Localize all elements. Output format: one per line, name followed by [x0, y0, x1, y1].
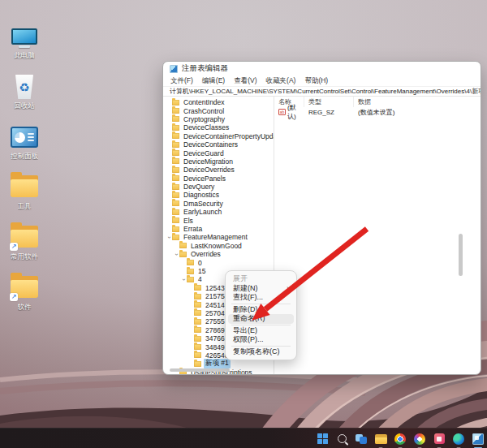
desktop-icon-label: 工具: [18, 202, 32, 210]
taskbar-button-search[interactable]: [335, 433, 348, 446]
tree-item[interactable]: EarlyLaunch: [163, 208, 274, 216]
folder-icon: [187, 277, 194, 282]
desktop-icon-recycle-bin[interactable]: ♻回收站: [2, 60, 47, 110]
window-title: 注册表编辑器: [182, 63, 228, 74]
folder-icon: [179, 243, 187, 248]
folder-icon: [172, 167, 179, 173]
desktop-icon-control-panel[interactable]: 控制面板: [2, 110, 47, 160]
menu-edit[interactable]: 编辑(E): [202, 76, 225, 86]
tree-item[interactable]: 新项 #1: [163, 360, 274, 368]
tree-item-label: DeviceOverrides: [182, 166, 236, 174]
menu-bar: 文件(F)编辑(E)查看(V)收藏夹(A)帮助(H): [163, 75, 481, 86]
taskbar-button-chrome[interactable]: [394, 433, 407, 446]
desktop-icon-this-pc[interactable]: 此电脑: [2, 10, 47, 59]
menu-item-label: 权限(P)...: [233, 334, 264, 345]
address-bar[interactable]: 计算机\HKEY_LOCAL_MACHINE\SYSTEM\CurrentCon…: [163, 86, 481, 97]
folder-icon: [172, 192, 179, 198]
chevron-right-icon: ›: [287, 284, 289, 292]
tree-item[interactable]: DeviceGuard: [163, 149, 274, 157]
tree-item[interactable]: Els: [163, 216, 274, 224]
tree-item[interactable]: DeviceOverrides: [163, 166, 274, 174]
tree-item-label: 0: [196, 259, 204, 267]
tree-item-label: ContentIndex: [182, 98, 226, 106]
taskbar-button-start[interactable]: [316, 433, 329, 446]
folder-icon: [194, 344, 201, 350]
tree-item[interactable]: Diagnostics: [163, 191, 274, 199]
desktop-icon-folder-apps[interactable]: ↗常用软件: [2, 211, 47, 261]
desktop-icon-grid: 此电脑♻回收站控制面板工具↗常用软件↗软件: [2, 10, 47, 312]
tree-item-label: DeviceContainers: [182, 140, 239, 149]
tree-item-label: DevQuery: [182, 183, 216, 191]
taskbar-button-file-explorer[interactable]: [374, 433, 387, 446]
menu-file[interactable]: 文件(F): [170, 76, 193, 86]
taskbar-button-task-view[interactable]: [355, 433, 368, 446]
column-header-type[interactable]: 类型: [304, 97, 354, 107]
tree-item[interactable]: LastKnownGood: [163, 242, 274, 250]
tree-item[interactable]: DmaSecurity: [163, 200, 274, 208]
menu-item-find[interactable]: 查找(F)...: [228, 293, 294, 303]
tree-item[interactable]: ContentIndex: [163, 98, 274, 106]
column-header-data[interactable]: 数据: [354, 97, 481, 107]
folder-icon: [194, 327, 201, 333]
tree-item[interactable]: Cryptography: [163, 115, 274, 123]
tree-item[interactable]: 0: [163, 258, 274, 266]
desktop-icon-folder-soft[interactable]: ↗软件: [2, 261, 47, 311]
folder-icon: [172, 108, 179, 114]
tree-item[interactable]: DeviceMigration: [163, 157, 274, 166]
tree-item[interactable]: DeviceContainerPropertyUpda: [163, 132, 274, 140]
folder-icon: [172, 209, 179, 215]
tree-item-label: 4: [196, 275, 204, 283]
tree-item[interactable]: Errata: [163, 225, 274, 233]
pink-app-icon: [434, 433, 445, 444]
tree-item-label: Overrides: [189, 250, 222, 258]
folder-icon: [172, 218, 179, 223]
registry-editor-icon: [170, 65, 178, 73]
folder-icon: [172, 200, 179, 206]
value-data: (数值未设置): [354, 108, 481, 117]
menu-help[interactable]: 帮助(H): [304, 76, 328, 86]
tree-item[interactable]: ›Overrides: [163, 250, 274, 258]
registry-values-pane: 名称 类型 数据 ab (默认) REG_SZ (数值未设置): [274, 97, 481, 374]
window-titlebar[interactable]: 注册表编辑器: [163, 62, 481, 75]
menu-item-permissions[interactable]: 权限(P)...: [228, 335, 294, 345]
tree-item-label: DmaSecurity: [182, 200, 225, 208]
tree-item[interactable]: CrashControl: [163, 106, 274, 114]
desktop-icon-label: 常用软件: [11, 252, 38, 261]
task-view-icon: [356, 434, 367, 444]
desktop-icon-label: 软件: [18, 303, 32, 311]
tree-item-label: DeviceClasses: [182, 123, 231, 131]
taskbar-button-edge[interactable]: [452, 433, 465, 446]
folder-icon: [187, 269, 194, 274]
tree-item[interactable]: ›FeatureManagement: [163, 233, 274, 241]
tree-item-label: Diagnostics: [182, 191, 221, 199]
taskbar-button-pink-app[interactable]: [433, 433, 446, 446]
tree-item[interactable]: DeviceClasses: [163, 123, 274, 131]
tree-item[interactable]: DevicePanels: [163, 174, 274, 183]
folder-icon: [172, 116, 179, 122]
desktop-icon-folder-tools[interactable]: 工具: [2, 161, 47, 210]
taskbar-button-photos[interactable]: [413, 433, 426, 446]
tree-item[interactable]: DevQuery: [163, 183, 274, 191]
folder-icon: [194, 319, 201, 325]
menu-item-copy-key-name[interactable]: 复制项名称(C): [228, 347, 294, 357]
menu-view[interactable]: 查看(V): [234, 76, 256, 86]
control-panel-icon: [9, 123, 40, 152]
tree-item-label: Cryptography: [182, 115, 226, 123]
folder-icon: [172, 158, 179, 164]
tree-item-label: DevicePanels: [182, 174, 227, 183]
tree-item-label: Els: [182, 217, 195, 225]
folder-icon: [187, 260, 194, 265]
folder-icon: [194, 310, 201, 316]
folder-icon: [172, 100, 179, 106]
value-type: REG_SZ: [304, 109, 354, 116]
registry-value-row[interactable]: ab (默认) REG_SZ (数值未设置): [274, 107, 481, 117]
horizontal-scrollbar[interactable]: [170, 368, 230, 372]
folder-soft-icon: ↗: [9, 274, 40, 303]
tree-item[interactable]: DeviceContainers: [163, 140, 274, 149]
taskbar-button-registry-editor[interactable]: [472, 433, 485, 446]
folder-tools-icon: [9, 173, 40, 202]
search-icon: [338, 434, 347, 443]
menu-item-label: 查找(F)...: [233, 292, 263, 303]
menu-favorites[interactable]: 收藏夹(A): [266, 76, 296, 86]
menu-item-rename[interactable]: 重命名(R): [228, 314, 294, 324]
